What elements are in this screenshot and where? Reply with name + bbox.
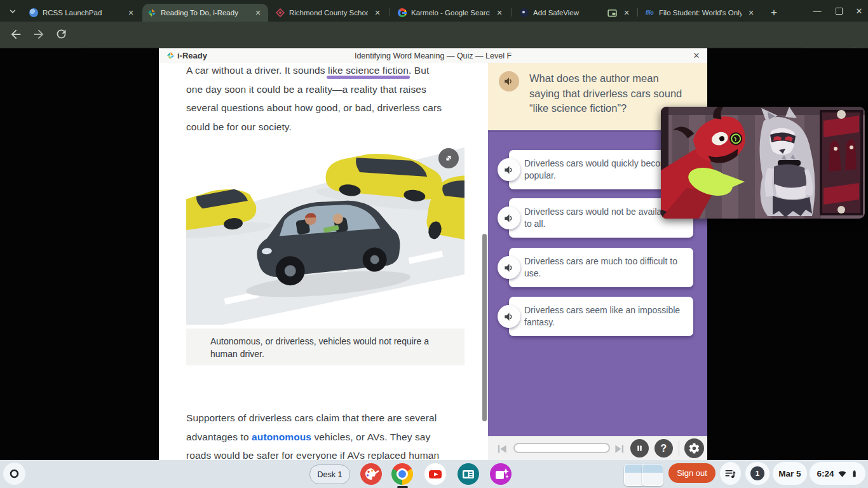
passage-scrollbar[interactable] (482, 234, 487, 421)
reload-button[interactable] (55, 27, 70, 43)
answer-line: Driverless cars are much too difficult t… (524, 255, 693, 268)
speaker-icon (503, 164, 515, 176)
window-thumbnail (642, 464, 663, 486)
tab-reading-iready[interactable]: Reading To Do, i-Ready ✕ (142, 4, 268, 22)
skip-forward-icon[interactable] (613, 442, 626, 456)
wifi-icon (837, 469, 847, 478)
browser-content: Identifying Word Meaning — Quiz — Level … (0, 48, 868, 460)
notification-counter[interactable]: 1 (745, 462, 770, 485)
passage-illustration (186, 144, 465, 325)
settings-gear-icon (688, 442, 700, 454)
tab-close-icon[interactable]: ✕ (621, 8, 632, 18)
answer-line: use. (524, 268, 693, 280)
desk-button[interactable]: Desk 1 (309, 464, 350, 484)
answer-3-audio-button[interactable] (498, 256, 520, 279)
new-tab-button[interactable]: + (766, 5, 782, 20)
tab-rcss-launchpad[interactable]: RCSS LaunchPad ✕ (24, 4, 141, 22)
question-line: saying that driverless cars sound (529, 86, 701, 102)
capture-sparkle-icon (490, 463, 512, 485)
speaker-icon (503, 311, 515, 323)
sign-out-label: Sign out (677, 468, 707, 478)
settings-button[interactable] (684, 438, 704, 458)
tab-richmond-county[interactable]: Richmond County School S ✕ (271, 4, 388, 22)
passage-line: advantages to autonomous vehicles, or AV… (186, 428, 472, 447)
image-caption: Autonomous, or driverless, vehicles woul… (186, 329, 465, 365)
news-card-icon (458, 463, 479, 485)
battery-icon (850, 469, 858, 478)
passage-text: advantages to (186, 431, 252, 442)
passage-line: could be for our society. (186, 118, 472, 137)
launchpad-icon (29, 8, 38, 17)
canvas-app-icon[interactable] (360, 463, 382, 485)
tab-close-icon[interactable]: ✕ (494, 8, 505, 18)
tab-karmelo-search[interactable]: Karmelo - Google Search ✕ (393, 4, 510, 22)
tab-label: Richmond County School S (289, 9, 368, 17)
chrome-app-icon[interactable] (391, 463, 413, 485)
date-label: Mar 5 (778, 469, 801, 478)
date-button[interactable]: Mar 5 (773, 462, 807, 485)
quiz-title: Identifying Word Meaning — Quiz — Level … (159, 51, 707, 60)
answer-line: fantasy. (524, 316, 693, 329)
speaker-icon (503, 262, 515, 274)
tab-label: RCSS LaunchPad (43, 9, 121, 17)
quiz-header: Identifying Word Meaning — Quiz — Level … (159, 48, 707, 64)
answer-option-3[interactable]: Driverless cars are much too difficult t… (509, 248, 693, 287)
tab-close-icon[interactable]: ✕ (746, 8, 756, 18)
chevron-down-icon (8, 7, 17, 16)
passage-text: vehicles, or AVs. They say (311, 431, 430, 442)
forward-icon (32, 27, 46, 41)
expand-image-button[interactable] (438, 148, 459, 168)
youtube-app-icon[interactable] (424, 463, 446, 485)
quiz-control-bar: ? (488, 436, 707, 460)
speaker-icon (503, 212, 515, 224)
pip-video-player[interactable] (661, 107, 865, 219)
question-audio-button[interactable] (499, 71, 519, 92)
sign-out-button[interactable]: Sign out (668, 463, 715, 483)
answer-1-audio-button[interactable] (498, 158, 520, 181)
tab-add-safeview[interactable]: Add SafeView ✕ (515, 4, 637, 22)
capture-app-icon[interactable] (490, 463, 512, 485)
control-divider (679, 441, 679, 456)
clock-label: 6:24 (817, 469, 834, 478)
window-minimize-button[interactable]: — (808, 3, 826, 19)
media-controls-button[interactable] (720, 462, 741, 485)
launcher-button[interactable] (3, 463, 25, 485)
pause-icon (635, 444, 644, 452)
passage-line: A car without a driver. It sounds like s… (186, 63, 472, 80)
passage-line: roads would be safer for everyone if AVs… (186, 446, 472, 460)
passage-pane[interactable]: A car without a driver. It sounds like s… (159, 63, 488, 460)
answer-2-audio-button[interactable] (498, 207, 520, 229)
quiz-window: Identifying Word Meaning — Quiz — Level … (159, 48, 707, 460)
tab-filo-student[interactable]: filo Filo Student: World's Only I ✕ (641, 4, 761, 22)
vocabulary-link[interactable]: autonomous (252, 431, 311, 442)
tab-close-icon[interactable]: ✕ (372, 8, 383, 18)
window-close-button[interactable]: ✕ (850, 3, 868, 19)
tab-close-icon[interactable]: ✕ (126, 8, 136, 18)
passage-line: one day soon it could be a reality—a rea… (186, 80, 472, 99)
media-playlist-icon (724, 468, 736, 480)
passage-line: Supporters of driverless cars claim that… (186, 409, 472, 428)
rcss-diamond-icon (276, 8, 285, 17)
back-button[interactable] (9, 27, 24, 43)
pause-button[interactable] (630, 439, 649, 458)
desk-label: Desk 1 (318, 470, 342, 479)
tab-search-button[interactable] (5, 4, 20, 18)
help-button[interactable]: ? (654, 439, 673, 458)
forward-button[interactable] (32, 27, 47, 43)
quiz-close-button[interactable]: ✕ (691, 50, 702, 61)
skip-back-icon[interactable] (496, 442, 509, 456)
answer-option-4[interactable]: Driverless cars seem like an impossible … (509, 297, 693, 336)
back-icon (9, 27, 23, 41)
pip-indicator-icon (607, 9, 617, 17)
window-previews[interactable] (624, 464, 665, 485)
screen: RCSS LaunchPad ✕ Reading To Do, i-Ready … (0, 0, 868, 488)
tab-close-icon[interactable]: ✕ (253, 8, 263, 18)
tab-separator (637, 8, 638, 17)
highlighted-phrase[interactable]: like science fiction (328, 65, 409, 76)
audio-progress-bar[interactable] (513, 443, 610, 453)
notification-badge: 1 (750, 466, 764, 480)
answer-4-audio-button[interactable] (498, 305, 520, 328)
news-app-icon[interactable] (458, 463, 479, 485)
window-restore-button[interactable] (830, 3, 848, 19)
status-tray[interactable]: 6:24 (810, 462, 865, 485)
